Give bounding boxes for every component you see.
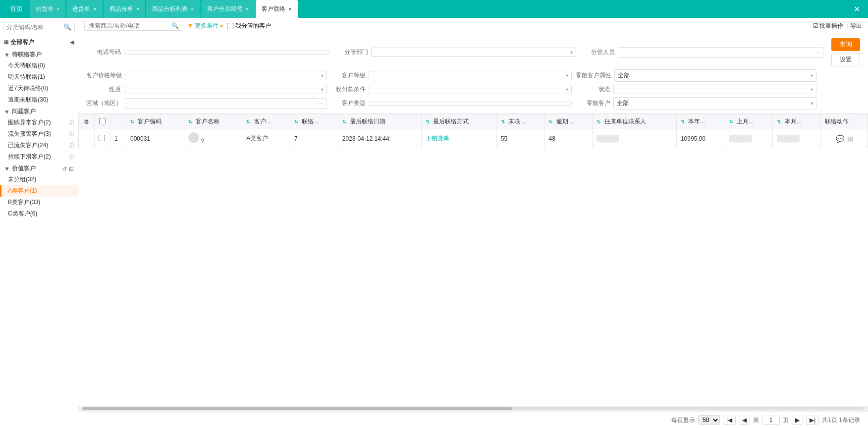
sidebar-item-declining[interactable]: 持续下滑客户(2) ⓘ (0, 151, 78, 162)
filter-retail-customer: 零散客户 全部 ▾ (576, 97, 816, 109)
search-input[interactable] (89, 22, 171, 29)
gear-icon[interactable]: ⚙ (84, 118, 89, 125)
region-input[interactable]: ··· (125, 98, 327, 109)
settings-icon[interactable]: ⊟ (69, 165, 74, 172)
col-overdue[interactable]: ⇅ 逾期... (544, 114, 593, 129)
level-input[interactable]: ▾ (369, 71, 572, 80)
more-icon: ··· (815, 49, 820, 56)
close-icon[interactable]: × (93, 6, 96, 12)
export-button[interactable]: ↑ 导出 (846, 22, 862, 30)
sidebar-item-class-b[interactable]: B类客户(33) (0, 197, 78, 208)
cell-customer-code: 000031 (126, 129, 184, 148)
query-button[interactable]: 查询 (831, 38, 860, 51)
col-customer-code[interactable]: ⇅ 客户编码 (126, 114, 184, 129)
retail-attr-input[interactable]: 全部 ▾ (614, 69, 816, 82)
close-icon[interactable]: × (56, 6, 59, 12)
price-level-input[interactable]: ▾ (125, 71, 327, 80)
next-page-button[interactable]: ▶ (792, 416, 803, 425)
phone-input[interactable] (124, 51, 329, 54)
col-gear[interactable]: ⚙ (79, 114, 95, 129)
filter-bar: 🔍 ▼ 更多条件 ▾ 我分管的客户 ☑ 批量操作 ↑ 导出 (78, 18, 868, 34)
item-label: A类客户(1) (8, 187, 37, 195)
settings-button[interactable]: 设置 (831, 53, 860, 66)
sidebar-search-box[interactable]: 🔍 (3, 22, 75, 32)
status-input[interactable]: ▾ (613, 85, 816, 94)
contact-way-link[interactable]: 下销货单 (426, 135, 449, 142)
close-icon[interactable]: × (288, 6, 291, 12)
tab-customer-segmentation[interactable]: 客户分层经营 × (201, 0, 255, 18)
chevron-down-icon: ▾ (811, 87, 813, 92)
refresh-icon[interactable]: ↺ (62, 165, 67, 172)
col-check[interactable] (95, 114, 110, 129)
col-customer-name[interactable]: ⇅ 客户名称 (184, 114, 242, 129)
col-last-contact-date[interactable]: ⇅ 最后联络日期 (338, 114, 421, 129)
sidebar-item-7days[interactable]: 近7天待联络(0) (0, 83, 78, 94)
window-close-icon[interactable]: ✕ (850, 4, 864, 14)
col-customer-type[interactable]: ⇅ 客户... (242, 114, 290, 129)
cell-last-contact-way[interactable]: 下销货单 (421, 129, 496, 148)
cell-customer-name: ? (184, 129, 242, 148)
last-page-button[interactable]: ▶| (806, 416, 819, 425)
my-customers-check[interactable] (227, 23, 233, 29)
scrollbar-track[interactable] (82, 407, 864, 410)
cell-uncontacted: 55 (496, 129, 544, 148)
value-group-label[interactable]: ▼ 价值客户 (4, 164, 36, 173)
retail-attr-label: 零散客户属性 (576, 71, 611, 80)
sidebar-item-class-c[interactable]: C类客户(6) (0, 208, 78, 219)
problem-customers-group[interactable]: ▼ 问题客户 (0, 106, 78, 117)
search-box[interactable]: 🔍 (84, 21, 183, 31)
close-icon[interactable]: × (136, 6, 139, 12)
pending-contact-group[interactable]: ▼ 待联络客户 (0, 49, 78, 60)
scrollbar-thumb[interactable] (82, 407, 512, 410)
chat-icon[interactable]: 💬 (836, 135, 844, 143)
sidebar-item-class-a[interactable]: A类客户(1) (0, 185, 78, 197)
table-area: ⚙ ⇅ 客户编码 ⇅ 客户名 (78, 114, 868, 428)
col-contact-person[interactable]: ⇅ 往来单位联系人 (593, 114, 677, 129)
close-icon[interactable]: × (191, 6, 194, 12)
first-page-button[interactable]: |◀ (723, 416, 736, 425)
per-page-label: 每页显示 (671, 416, 695, 425)
batch-op-button[interactable]: ☑ 批量操作 (813, 22, 843, 30)
tab-product-analysis[interactable]: 商品分析 × (104, 0, 145, 18)
col-uncontacted[interactable]: ⇅ 未联... (496, 114, 544, 129)
close-icon[interactable]: × (246, 6, 249, 12)
table-wrapper[interactable]: ⚙ ⇅ 客户编码 ⇅ 客户名 (78, 114, 868, 406)
more-conditions-button[interactable]: ▼ 更多条件 ▾ (187, 22, 223, 30)
per-page-select[interactable]: 50 (698, 415, 720, 425)
all-customers-header[interactable]: ⊞ 全部客户 ◀ (0, 36, 78, 49)
horizontal-scrollbar[interactable] (78, 406, 868, 412)
home-tab[interactable]: 首页 (4, 0, 29, 18)
pay-condition-input[interactable]: ▾ (369, 85, 572, 94)
tab-purchase-order[interactable]: 进货单 × (66, 0, 102, 18)
filter-phone: 电话号码 (86, 48, 329, 56)
sidebar-search-input[interactable] (6, 24, 63, 31)
col-last-month[interactable]: ⇅ 上月... (725, 114, 773, 129)
status-label: 状态 (576, 85, 610, 94)
sidebar-item-tomorrow[interactable]: 明天待联络(1) (0, 71, 78, 83)
sidebar-item-churn-warning[interactable]: 流失预警客户(3) ⓘ (0, 128, 78, 140)
cell-check[interactable] (95, 129, 110, 148)
sidebar-item-overdue[interactable]: 逾期未联络(30) (0, 94, 78, 106)
tab-customer-contact[interactable]: 客户联络 × (256, 0, 297, 18)
retail-customer-input[interactable]: 全部 ▾ (613, 97, 816, 109)
prev-page-button[interactable]: ◀ (739, 416, 750, 425)
more-action-icon[interactable]: ⊞ (847, 135, 853, 143)
col-contact-count[interactable]: ⇅ 联络... (290, 114, 338, 129)
row-checkbox[interactable] (99, 135, 105, 141)
col-this-year[interactable]: ⇅ 本年... (676, 114, 725, 129)
page-input[interactable] (762, 416, 780, 425)
col-last-contact-way[interactable]: ⇅ 最后联络方式 (421, 114, 496, 129)
sidebar-item-abnormal-purchase[interactable]: 囤购异常客户(2) ⓘ (0, 117, 78, 128)
tab-product-analysis-list[interactable]: 商品分析列表 × (146, 0, 200, 18)
select-all-checkbox[interactable] (99, 118, 106, 124)
tab-sales-order[interactable]: 销货单 × (30, 0, 65, 18)
my-customers-checkbox[interactable]: 我分管的客户 (227, 22, 271, 30)
sidebar-item-today[interactable]: 今天待联络(0) (0, 60, 78, 71)
sidebar-item-churned[interactable]: 已流失客户(24) ⓘ (0, 140, 78, 151)
col-this-month[interactable]: ⇅ 本月... (773, 114, 821, 129)
person-input[interactable]: ··· (618, 47, 823, 58)
customer-type-input[interactable] (369, 102, 572, 106)
nature-input[interactable]: ▾ (124, 85, 327, 94)
sidebar-item-unclassified[interactable]: 未分组(32) (0, 174, 78, 185)
dept-input[interactable]: ▾ (371, 48, 577, 57)
